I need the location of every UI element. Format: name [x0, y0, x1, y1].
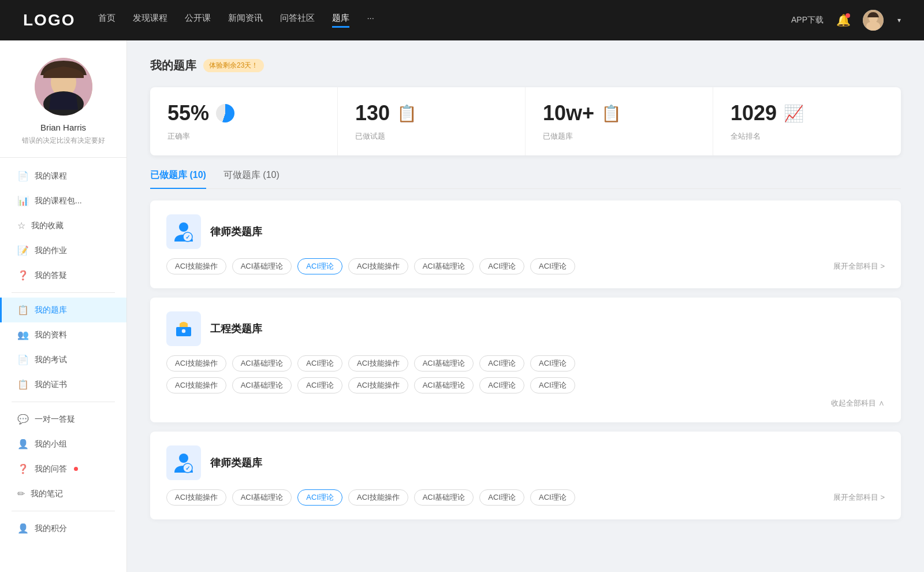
- sidebar-label-groups: 我的小组: [35, 439, 67, 450]
- topic-title-lawyer-1: 律师类题库: [210, 225, 262, 239]
- sidebar-item-one-on-one[interactable]: 💬 一对一答疑: [0, 407, 126, 432]
- nav-chevron-icon[interactable]: ▾: [897, 16, 901, 24]
- tabs-row: 已做题库 (10) 可做题库 (10): [150, 169, 901, 189]
- sidebar-item-favorites[interactable]: ☆ 我的收藏: [0, 213, 126, 238]
- nav-home[interactable]: 首页: [98, 13, 116, 28]
- stat-accuracy-label: 正确率: [167, 131, 320, 142]
- sidebar-item-course-packages[interactable]: 📊 我的课程包...: [0, 188, 126, 213]
- tag-eng-1[interactable]: ACI基础理论: [232, 355, 292, 372]
- tag-eng-3[interactable]: ACI技能操作: [348, 355, 408, 372]
- expand-link-lawyer-2[interactable]: 展开全部科目 >: [833, 492, 885, 503]
- sidebar-menu: 📄 我的课程 📊 我的课程包... ☆ 我的收藏 📝 我的作业 ❓ 我的答疑 �: [0, 164, 126, 541]
- tag-eng-13[interactable]: ACI理论: [530, 377, 575, 393]
- nav-open[interactable]: 公开课: [185, 13, 211, 28]
- profile-avatar[interactable]: [35, 58, 92, 116]
- tag-lawyer2-0[interactable]: ACI技能操作: [166, 489, 226, 506]
- stat-accuracy-value: 55%: [167, 101, 209, 125]
- tag-lawyer1-3[interactable]: ACI技能操作: [348, 258, 408, 274]
- ranking-icon: 📈: [784, 104, 804, 123]
- tag-lawyer2-5[interactable]: ACI理论: [479, 489, 524, 506]
- tag-eng-4[interactable]: ACI基础理论: [414, 355, 474, 372]
- tag-lawyer2-1[interactable]: ACI基础理论: [232, 489, 292, 506]
- done-questions-icon: 📋: [397, 104, 417, 123]
- sidebar-label-notes: 我的笔记: [31, 489, 63, 499]
- svg-text:✓: ✓: [185, 234, 190, 240]
- profile-avatar-image: [35, 58, 92, 116]
- profile-section: Brian Harris 错误的决定比没有决定要好: [0, 58, 126, 158]
- sidebar-item-homework[interactable]: 📝 我的作业: [0, 238, 126, 263]
- sidebar-item-courses[interactable]: 📄 我的课程: [0, 164, 126, 188]
- profile-motto: 错误的决定比没有决定要好: [16, 136, 111, 146]
- stat-done-banks: 10w+ 📋 已做题库: [526, 87, 713, 155]
- sidebar-label-profile: 我的资料: [35, 330, 67, 340]
- tag-eng-0[interactable]: ACI技能操作: [166, 355, 226, 372]
- collapse-link-engineer[interactable]: 收起全部科目 ∧: [831, 398, 885, 408]
- sidebar-item-notes[interactable]: ✏ 我的笔记: [0, 481, 126, 506]
- tag-lawyer1-1[interactable]: ACI基础理论: [232, 258, 292, 274]
- tag-eng-11[interactable]: ACI基础理论: [414, 377, 474, 393]
- topic-icon-engineer: [166, 311, 201, 346]
- sidebar-item-groups[interactable]: 👤 我的小组: [0, 432, 126, 456]
- tag-lawyer2-3[interactable]: ACI技能操作: [348, 489, 408, 506]
- tag-lawyer1-0[interactable]: ACI技能操作: [166, 258, 226, 274]
- nav-logo: LOGO: [23, 11, 75, 29]
- svg-text:✓: ✓: [185, 465, 190, 471]
- svg-point-2: [866, 21, 880, 31]
- tag-eng-6[interactable]: ACI理论: [530, 355, 575, 372]
- topic-title-lawyer-2: 律师类题库: [210, 456, 262, 470]
- tag-eng-2[interactable]: ACI理论: [297, 355, 342, 372]
- sidebar-divider-2: [12, 402, 115, 402]
- sidebar-item-certificates[interactable]: 📋 我的证书: [0, 372, 126, 397]
- tag-eng-8[interactable]: ACI基础理论: [232, 377, 292, 393]
- topic-card-engineer: 工程类题库 ACI技能操作 ACI基础理论 ACI理论 ACI技能操作 ACI基…: [150, 298, 901, 422]
- done-banks-icon: 📋: [601, 104, 621, 123]
- tag-lawyer1-5[interactable]: ACI理论: [479, 258, 524, 274]
- tag-eng-5[interactable]: ACI理论: [479, 355, 524, 372]
- expand-link-lawyer-1[interactable]: 展开全部科目 >: [833, 261, 885, 272]
- topic-header-lawyer-2: ✓ 律师类题库: [166, 445, 885, 480]
- nav-links: 首页 发现课程 公开课 新闻资讯 问答社区 题库 ···: [98, 13, 768, 28]
- sidebar-item-questions[interactable]: ❓ 我的答疑: [0, 263, 126, 288]
- topic-icon-lawyer-1: ✓: [166, 214, 201, 249]
- nav-qa[interactable]: 问答社区: [280, 13, 315, 28]
- sidebar-label-packages: 我的课程包...: [35, 196, 82, 206]
- tag-lawyer1-6[interactable]: ACI理论: [530, 258, 575, 274]
- sidebar-item-question-bank[interactable]: 📋 我的题库: [0, 298, 126, 322]
- sidebar-label-certificates: 我的证书: [35, 380, 67, 390]
- tab-available-banks[interactable]: 可做题库 (10): [223, 169, 280, 188]
- sidebar-item-points[interactable]: 👤 我的积分: [0, 516, 126, 541]
- tag-lawyer1-2[interactable]: ACI理论: [297, 258, 342, 274]
- tag-lawyer2-4[interactable]: ACI基础理论: [414, 489, 474, 506]
- sidebar-item-my-qa[interactable]: ❓ 我的问答: [0, 456, 126, 481]
- notification-bell[interactable]: 🔔: [835, 12, 851, 28]
- one-on-one-icon: 💬: [17, 414, 29, 425]
- tag-lawyer1-4[interactable]: ACI基础理论: [414, 258, 474, 274]
- tag-eng-9[interactable]: ACI理论: [297, 377, 342, 393]
- avatar[interactable]: [863, 10, 884, 31]
- nav-more[interactable]: ···: [367, 13, 374, 28]
- sidebar-label-exams: 我的考试: [35, 355, 67, 365]
- sidebar-item-profile[interactable]: 👥 我的资料: [0, 322, 126, 347]
- homework-icon: 📝: [17, 245, 29, 256]
- notification-dot: [845, 13, 850, 18]
- sidebar: Brian Harris 错误的决定比没有决定要好 📄 我的课程 📊 我的课程包…: [0, 40, 127, 572]
- tag-eng-12[interactable]: ACI理论: [479, 377, 524, 393]
- sidebar-label-my-qa: 我的问答: [35, 464, 67, 474]
- nav-question-bank[interactable]: 题库: [332, 13, 349, 28]
- navbar: LOGO 首页 发现课程 公开课 新闻资讯 问答社区 题库 ··· APP下载 …: [0, 0, 924, 40]
- sidebar-divider-3: [12, 511, 115, 511]
- tag-lawyer2-6[interactable]: ACI理论: [530, 489, 575, 506]
- sidebar-label-question-bank: 我的题库: [35, 305, 67, 315]
- tag-eng-10[interactable]: ACI技能操作: [348, 377, 408, 393]
- nav-discover[interactable]: 发现课程: [133, 13, 167, 28]
- stat-done-banks-top: 10w+ 📋: [543, 101, 695, 125]
- nav-right: APP下载 🔔 ▾: [791, 10, 901, 31]
- app-download-button[interactable]: APP下载: [791, 15, 824, 25]
- favorites-icon: ☆: [17, 220, 25, 231]
- tag-eng-7[interactable]: ACI技能操作: [166, 377, 226, 393]
- tag-lawyer2-2[interactable]: ACI理论: [297, 489, 342, 506]
- accuracy-pie-chart: [216, 104, 234, 122]
- sidebar-item-exams[interactable]: 📄 我的考试: [0, 347, 126, 372]
- nav-news[interactable]: 新闻资讯: [228, 13, 263, 28]
- tab-done-banks[interactable]: 已做题库 (10): [150, 169, 206, 188]
